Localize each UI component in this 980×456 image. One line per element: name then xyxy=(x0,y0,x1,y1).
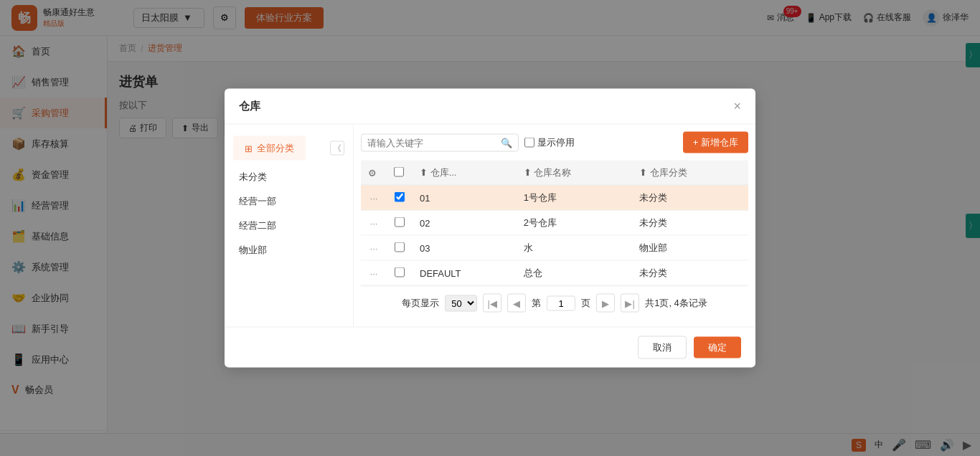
category-header: ⊞ 全部分类 《 xyxy=(225,132,353,165)
search-input-wrap: 🔍 xyxy=(361,133,519,151)
row-category: 未分类 xyxy=(632,260,748,285)
modal-body: ⊞ 全部分类 《 未分类 经营一部 经营二部 物业部 🔍 显示停用 xyxy=(225,125,755,327)
next-page-button[interactable]: ▶ xyxy=(596,294,615,313)
modal-header: 仓库 × xyxy=(225,89,755,125)
category-item-ops2[interactable]: 经营二部 xyxy=(225,214,353,238)
last-page-button[interactable]: ▶| xyxy=(621,294,639,313)
row-code: 01 xyxy=(413,185,517,210)
cancel-button[interactable]: 取消 xyxy=(638,336,687,359)
category-all[interactable]: ⊞ 全部分类 xyxy=(233,136,306,161)
row-name: 总仓 xyxy=(517,260,633,285)
pagination-bar: 每页显示 50 |◀ ◀ 第 页 ▶ ▶| 共1页, 4条记录 xyxy=(361,286,748,320)
category-item-unclassified[interactable]: 未分类 xyxy=(225,165,353,189)
col-name: ⬆ 仓库名称 xyxy=(517,161,633,186)
col-category: ⬆ 仓库分类 xyxy=(632,161,748,186)
page-number-input[interactable] xyxy=(547,295,575,310)
col-checkbox xyxy=(387,161,413,186)
table-row[interactable]: ··· 01 1号仓库 未分类 xyxy=(361,185,748,210)
show-disabled-wrap: 显示停用 xyxy=(524,136,575,149)
table-toolbar: 🔍 显示停用 + 新增仓库 xyxy=(361,132,748,153)
search-icon: 🔍 xyxy=(501,137,512,148)
row-name: 1号仓库 xyxy=(517,185,633,210)
warehouse-modal: 仓库 × ⊞ 全部分类 《 未分类 经营一部 经营二部 物业部 🔍 xyxy=(225,89,755,368)
per-page-select[interactable]: 50 xyxy=(445,295,477,311)
collapse-button[interactable]: 《 xyxy=(330,141,344,156)
row-code: 03 xyxy=(413,235,517,260)
modal-title: 仓库 xyxy=(239,100,260,113)
show-disabled-checkbox[interactable] xyxy=(524,138,534,148)
first-page-button[interactable]: |◀ xyxy=(483,294,501,313)
warehouse-table: ⚙ ⬆ 仓库... ⬆ 仓库名称 ⬆ 仓库分类 xyxy=(361,161,748,286)
col-code: ⬆ 仓库... xyxy=(413,161,517,186)
new-warehouse-button[interactable]: + 新增仓库 xyxy=(683,132,748,153)
category-panel: ⊞ 全部分类 《 未分类 经营一部 经营二部 物业部 xyxy=(225,125,354,327)
row-gear[interactable]: ··· xyxy=(361,185,387,210)
show-disabled-label: 显示停用 xyxy=(537,136,575,149)
table-row[interactable]: ··· 03 水 物业部 xyxy=(361,235,748,260)
row-gear[interactable]: ··· xyxy=(361,210,387,235)
row-name: 水 xyxy=(517,235,633,260)
row-checkbox[interactable] xyxy=(387,185,413,210)
table-header-row: ⚙ ⬆ 仓库... ⬆ 仓库名称 ⬆ 仓库分类 xyxy=(361,161,748,186)
row-category: 未分类 xyxy=(632,185,748,210)
table-row[interactable]: ··· DEFAULT 总仓 未分类 xyxy=(361,260,748,285)
modal-footer: 取消 确定 xyxy=(225,327,755,368)
table-body: ··· 01 1号仓库 未分类 ··· 02 2号仓库 未分类 ··· 03 水… xyxy=(361,185,748,285)
category-item-property[interactable]: 物业部 xyxy=(225,238,353,262)
table-panel: 🔍 显示停用 + 新增仓库 ⚙ ⬆ 仓库... xyxy=(354,125,755,327)
search-input[interactable] xyxy=(367,137,501,148)
modal-close-button[interactable]: × xyxy=(733,99,741,114)
category-item-ops1[interactable]: 经营一部 xyxy=(225,189,353,214)
table-row[interactable]: ··· 02 2号仓库 未分类 xyxy=(361,210,748,235)
row-category: 未分类 xyxy=(632,210,748,235)
row-checkbox[interactable] xyxy=(387,260,413,285)
row-gear[interactable]: ··· xyxy=(361,260,387,285)
col-gear: ⚙ xyxy=(361,161,387,186)
select-all-checkbox[interactable] xyxy=(394,166,404,176)
row-checkbox[interactable] xyxy=(387,235,413,260)
row-gear[interactable]: ··· xyxy=(361,235,387,260)
row-checkbox[interactable] xyxy=(387,210,413,235)
row-category: 物业部 xyxy=(632,235,748,260)
confirm-button[interactable]: 确定 xyxy=(694,337,741,358)
prev-page-button[interactable]: ◀ xyxy=(507,294,526,313)
row-code: 02 xyxy=(413,210,517,235)
row-code: DEFAULT xyxy=(413,260,517,285)
row-name: 2号仓库 xyxy=(517,210,633,235)
